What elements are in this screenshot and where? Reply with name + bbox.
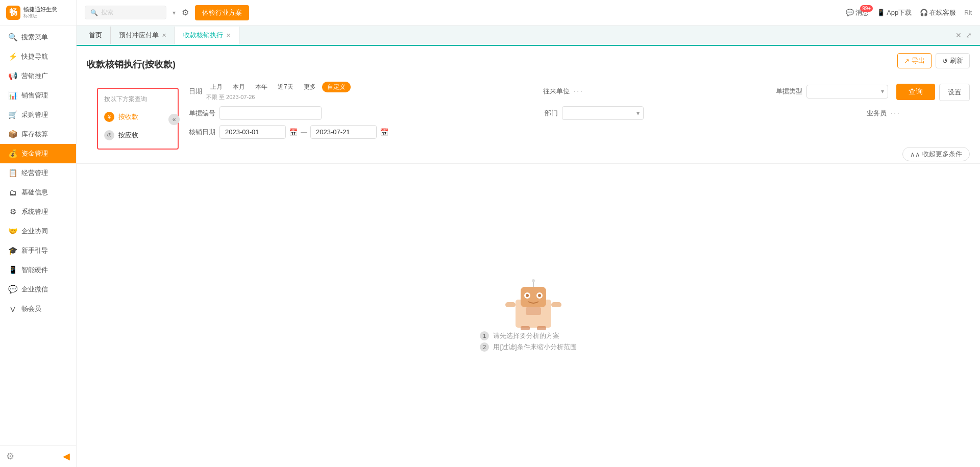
industry-btn[interactable]: 体验行业方案 bbox=[195, 5, 249, 20]
app-icon: 📱 bbox=[877, 9, 885, 16]
tab-collection-close[interactable]: ✕ bbox=[226, 32, 231, 39]
sidebar-item-6[interactable]: 💰 资金管理 bbox=[0, 144, 76, 163]
date-this-month[interactable]: 本月 bbox=[229, 82, 249, 92]
page-header: 收款核销执行(按收款) ↗ 导出 ↺ 刷新 bbox=[77, 46, 980, 76]
doc-no-input[interactable] bbox=[219, 106, 322, 120]
filter-sidebar: 按以下方案查询 ¥ 按收款 ⏱ 按应收 bbox=[97, 88, 179, 150]
sidebar-item-1[interactable]: ⚡ 快捷导航 bbox=[0, 47, 76, 66]
sidebar-item-11[interactable]: 🎓 新手引导 bbox=[0, 241, 76, 260]
form-row-2: 单据编号 部门 bbox=[189, 106, 970, 120]
sidebar-item-5[interactable]: 📦 库存核算 bbox=[0, 125, 76, 144]
sidebar-item-label-6: 资金管理 bbox=[21, 149, 48, 158]
sidebar-item-4[interactable]: 🛒 采购管理 bbox=[0, 105, 76, 125]
svg-rect-9 bbox=[551, 302, 561, 307]
sidebar-footer: ⚙ ◀ bbox=[0, 445, 76, 467]
logo-text: 畅捷通好生意 bbox=[23, 6, 57, 13]
message-btn[interactable]: 💬 消息 99+ bbox=[846, 8, 869, 17]
sidebar-item-13[interactable]: 💬 企业微信 bbox=[0, 280, 76, 299]
collapse-more-btn[interactable]: ∧∧ 收起更多条件 bbox=[902, 147, 970, 161]
customer-service-btn[interactable]: 🎧 在线客服 bbox=[920, 8, 956, 17]
svg-rect-12 bbox=[537, 326, 546, 330]
filter-option-by-receivable[interactable]: ⏱ 按应收 bbox=[98, 126, 178, 144]
expand-window-icon[interactable]: ⤢ bbox=[966, 31, 972, 39]
date-last-month[interactable]: 上月 bbox=[206, 82, 227, 92]
logo-badge: 标准版 bbox=[23, 13, 57, 19]
sidebar-item-icon-9: ⚙ bbox=[8, 207, 17, 216]
date-label: 日期 bbox=[189, 87, 202, 96]
hint-num-2: 2 bbox=[480, 342, 489, 352]
empty-hint-1: 1 请先选择要分析的方案 bbox=[480, 331, 576, 340]
refresh-label: 刷新 bbox=[950, 56, 963, 65]
verify-date-end-icon[interactable]: 📅 bbox=[380, 128, 388, 136]
svg-rect-10 bbox=[526, 307, 541, 315]
collapse-sidebar-icon[interactable]: ◀ bbox=[63, 451, 70, 462]
filter-option-by-collection[interactable]: ¥ 按收款 bbox=[98, 108, 178, 126]
settings-icon[interactable]: ⚙ bbox=[6, 451, 14, 462]
user-info[interactable]: Rit bbox=[964, 9, 972, 16]
refresh-btn[interactable]: ↺ 刷新 bbox=[936, 53, 970, 68]
export-btn[interactable]: ↗ 导出 bbox=[897, 53, 932, 68]
sidebar-item-icon-3: 📊 bbox=[8, 91, 17, 100]
sidebar-item-2[interactable]: 📢 营销推广 bbox=[0, 66, 76, 86]
sidebar-item-9[interactable]: ⚙ 系统管理 bbox=[0, 202, 76, 222]
date-more[interactable]: 更多 bbox=[300, 82, 320, 92]
verify-date-start[interactable] bbox=[219, 125, 286, 139]
sidebar-item-icon-13: 💬 bbox=[8, 285, 17, 294]
message-icon: 💬 bbox=[846, 9, 854, 16]
dept-select[interactable] bbox=[562, 106, 644, 120]
tab-collection[interactable]: 收款核销执行 ✕ bbox=[175, 27, 239, 45]
query-btn[interactable]: 查询 bbox=[896, 84, 935, 100]
collapse-filter-btn[interactable]: « bbox=[168, 114, 180, 125]
form-row-3: 核销日期 📅 — 📅 bbox=[189, 125, 970, 139]
customer-service-label: 在线客服 bbox=[929, 8, 956, 17]
topbar-actions: 💬 消息 99+ 📱 App下载 🎧 在线客服 Rit bbox=[846, 8, 972, 17]
hint-num-1: 1 bbox=[480, 331, 489, 340]
sidebar-item-14[interactable]: V 畅会员 bbox=[0, 299, 76, 318]
search-icon: 🔍 bbox=[90, 9, 98, 16]
sidebar-item-label-1: 快捷导航 bbox=[21, 52, 48, 61]
sidebar-item-0[interactable]: 🔍 搜索菜单 bbox=[0, 28, 76, 47]
sidebar-item-label-2: 营销推广 bbox=[21, 71, 48, 81]
prepay-label: 预付冲应付单 bbox=[119, 31, 159, 40]
app-download-btn[interactable]: 📱 App下载 bbox=[877, 8, 912, 17]
sidebar-item-label-9: 系统管理 bbox=[21, 207, 48, 216]
date-custom-badge[interactable]: 自定义 bbox=[322, 82, 351, 92]
partner-dots[interactable]: ··· bbox=[574, 87, 583, 96]
tab-home[interactable]: 首页 bbox=[81, 27, 111, 44]
sidebar-item-icon-12: 📱 bbox=[8, 265, 17, 275]
topbar-gear-icon[interactable]: ⚙ bbox=[182, 8, 189, 17]
window-btns: ✕ ⤢ bbox=[951, 31, 976, 39]
date-this-year[interactable]: 本年 bbox=[251, 82, 272, 92]
export-icon: ↗ bbox=[904, 57, 910, 65]
sidebar: 畅 畅捷通好生意 标准版 🔍 搜索菜单 ⚡ 快捷导航 📢 营销推广 📊 销售管理… bbox=[0, 0, 77, 467]
sidebar-item-12[interactable]: 📱 智能硬件 bbox=[0, 260, 76, 280]
sidebar-item-label-13: 企业微信 bbox=[21, 285, 48, 294]
home-label: 首页 bbox=[89, 31, 102, 40]
svg-rect-11 bbox=[521, 326, 530, 330]
sidebar-item-icon-7: 📋 bbox=[8, 168, 17, 178]
sidebar-item-3[interactable]: 📊 销售管理 bbox=[0, 86, 76, 105]
tab-prepay[interactable]: 预付冲应付单 ✕ bbox=[111, 27, 175, 44]
date-7days[interactable]: 近7天 bbox=[274, 82, 298, 92]
logo-icon: 畅 bbox=[6, 6, 20, 20]
close-window-icon[interactable]: ✕ bbox=[955, 31, 962, 39]
verify-date-start-icon[interactable]: 📅 bbox=[289, 128, 298, 136]
svg-point-5 bbox=[538, 294, 541, 297]
form-rows: 日期 上月 本月 本年 近7天 更多 自定义 不限 至 bbox=[179, 76, 980, 145]
collapse-more-area: ∧∧ 收起更多条件 bbox=[179, 145, 980, 163]
hint-text-2: 用[过滤]条件来缩小分析范围 bbox=[493, 342, 576, 352]
sidebar-item-10[interactable]: 🤝 企业协同 bbox=[0, 222, 76, 241]
sidebar-item-icon-0: 🔍 bbox=[8, 33, 17, 42]
sidebar-item-label-14: 畅会员 bbox=[21, 304, 41, 313]
settings-btn[interactable]: 设置 bbox=[939, 84, 970, 101]
search-chevron-icon[interactable]: ▾ bbox=[173, 9, 176, 16]
collection-icon: ¥ bbox=[104, 112, 114, 122]
doc-type-select[interactable] bbox=[806, 85, 888, 99]
sidebar-item-label-11: 新手引导 bbox=[21, 246, 48, 255]
sidebar-item-7[interactable]: 📋 经营管理 bbox=[0, 163, 76, 183]
refresh-icon: ↺ bbox=[942, 57, 948, 65]
tab-prepay-close[interactable]: ✕ bbox=[162, 32, 166, 39]
verify-date-end[interactable] bbox=[310, 125, 377, 139]
sidebar-item-8[interactable]: 🗂 基础信息 bbox=[0, 183, 76, 202]
salesperson-dots[interactable]: ··· bbox=[891, 109, 900, 118]
